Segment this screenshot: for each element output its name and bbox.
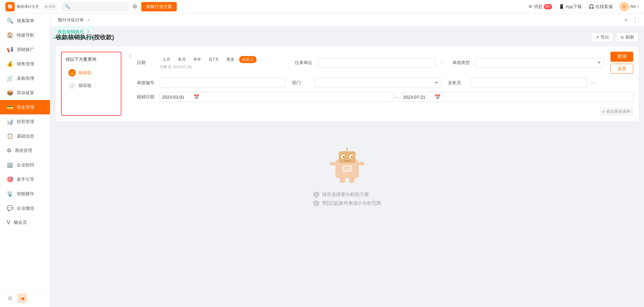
inventory-label: 库存核算	[17, 90, 34, 96]
offset-date-start[interactable]	[162, 95, 192, 100]
sales-label: 销售管理	[17, 61, 34, 67]
offset-date-end-wrap: 📅	[401, 92, 634, 102]
search-icon: 🔍	[65, 4, 70, 9]
logo-text: 畅捷通好生意	[17, 4, 39, 9]
form-row-3: 核销日期 📅 — 📅	[137, 92, 633, 102]
user-menu[interactable]: R Rit ▾	[620, 2, 639, 11]
chip-this-year[interactable]: 本年	[191, 56, 204, 63]
tab-bar: 首页预付冲应付单✕收款核销执行✕ ✕ ⛶	[50, 13, 644, 27]
tab-bar-actions: ✕ ⛶	[621, 15, 641, 25]
fullscreen-btn[interactable]: ⛶	[632, 15, 641, 25]
sales-icon: 💰	[7, 61, 13, 67]
tab-prepay[interactable]: 预付冲应付单✕	[53, 14, 95, 26]
sidebar-item-inventory[interactable]: 📦 库存核算	[0, 86, 50, 100]
chip-more[interactable]: 更多	[224, 56, 237, 63]
page-actions: ↗ 导出 ↻ 刷新	[591, 32, 639, 42]
smart-hw-icon: 📡	[7, 191, 13, 197]
calendar-end-icon[interactable]: 📅	[435, 94, 440, 100]
date-label: 日期	[137, 60, 157, 66]
salesperson-input[interactable]	[471, 78, 587, 88]
svg-point-7	[346, 148, 348, 150]
sidebar-item-marketing[interactable]: 📢 营销推广	[0, 42, 50, 57]
filter-collapse-btn[interactable]: 《	[127, 52, 131, 116]
chip-last-7days[interactable]: 近7天	[206, 56, 222, 63]
receivable-icon: 🕐	[68, 82, 76, 89]
tab-close-prepay[interactable]: ✕	[86, 18, 91, 22]
marketing-label: 营销推广	[17, 47, 34, 53]
sidebar-item-sales[interactable]: 💰 销售管理	[0, 57, 50, 71]
message-icon: ✉	[529, 4, 532, 9]
doc-number-input[interactable]	[160, 78, 285, 88]
filter-section: 按以下方案查询 💰 按收款 🕐 按应收 《	[56, 46, 639, 121]
svg-point-4	[343, 156, 345, 158]
sidebar-item-guide[interactable]: 🎯 新手引导	[0, 172, 50, 187]
sidebar-item-wechat[interactable]: 💬 企业微信	[0, 201, 50, 215]
sidebar-item-purchase[interactable]: 🛒 采购管理	[0, 71, 50, 86]
offset-date-end[interactable]	[403, 95, 433, 100]
export-btn[interactable]: ↗ 导出	[591, 32, 613, 42]
filter-by-receipt[interactable]: 💰 按收款	[66, 66, 117, 79]
empty-hint-1: 1 请先选择要分析的方案	[313, 192, 381, 198]
sidebar-item-smart-hw[interactable]: 📡 智能硬件	[0, 187, 50, 201]
collapse-more: ∧ 收起更多条件	[137, 107, 633, 116]
form-row-1: 日期 上月 本月 本年 近7天 更多 自定义 不限 至	[137, 52, 633, 74]
sidebar-item-system[interactable]: ⚙ 系统管理	[0, 143, 50, 158]
empty-state: 1 请先选择要分析的方案 2 用[过滤]条件来缩小分析范围	[56, 121, 639, 233]
sidebar-item-quick-nav[interactable]: 🏠 快捷导航	[0, 28, 50, 42]
member-label: 畅会员	[14, 219, 27, 225]
sidebar-settings-btn[interactable]: ⚙	[5, 294, 15, 303]
chip-custom[interactable]: 自定义	[239, 56, 257, 63]
counterparty-label: 往来单位	[295, 60, 315, 66]
chip-prev-month[interactable]: 上月	[160, 56, 173, 63]
chip-this-month[interactable]: 本月	[175, 56, 189, 63]
sidebar-item-search-menu[interactable]: 🔍 搜索菜单	[0, 13, 50, 28]
doc-type-label: 单据类型	[452, 60, 473, 66]
close-tab-btn[interactable]: ✕	[621, 15, 631, 25]
sidebar-collapse-btn[interactable]: ◀	[17, 294, 27, 303]
enterprise-label: 企业协同	[17, 162, 34, 168]
tab-label-prepay: 预付冲应付单	[58, 17, 84, 23]
guide-label: 新手引导	[17, 176, 34, 183]
doc-number-field: 单据编号	[137, 78, 285, 88]
query-btn[interactable]: 查询	[610, 52, 633, 62]
svg-rect-11	[349, 177, 355, 183]
refresh-icon: ↻	[621, 35, 624, 40]
page-content: 收款核销执行(按收款) ↗ 导出 ↻ 刷新 按以下方案查询	[50, 27, 644, 307]
department-select[interactable]	[315, 78, 441, 88]
counterparty-ellipsis[interactable]: ···	[439, 60, 446, 66]
date-field: 日期 上月 本月 本年 近7天 更多 自定义 不限 至	[137, 56, 288, 69]
date-chips: 上月 本月 本年 近7天 更多 自定义	[160, 56, 257, 63]
wechat-icon: 💬	[7, 205, 13, 211]
export-label: 导出	[600, 34, 609, 40]
settings-icon[interactable]: ⚙	[132, 3, 137, 10]
collapse-more-btn[interactable]: ∧ 收起更多条件	[599, 107, 633, 116]
svg-rect-12	[342, 165, 352, 172]
avatar: R	[620, 2, 629, 11]
guide-icon: 🎯	[7, 176, 13, 183]
hint-text-1: 请先选择要分析的方案	[322, 192, 369, 198]
offset-date-field: 核销日期 📅 — 📅	[137, 92, 633, 102]
industry-solution-btn[interactable]: 体验行业方案	[141, 2, 177, 11]
sidebar-item-enterprise[interactable]: 🏢 企业协同	[0, 158, 50, 172]
refresh-btn[interactable]: ↻ 刷新	[616, 32, 639, 42]
sidebar-item-finance[interactable]: 💳 资金管理	[0, 100, 50, 114]
by-receipt-label: 按收款	[78, 70, 92, 76]
message-badge: 99+	[544, 4, 552, 9]
message-btn[interactable]: ✉ 消息 99+	[529, 4, 552, 10]
sidebar-item-operations[interactable]: 📊 经营管理	[0, 114, 50, 129]
settings-btn[interactable]: 设置	[610, 64, 633, 74]
calendar-start-icon[interactable]: 📅	[194, 94, 199, 100]
app-download-btn[interactable]: 📱 App下载	[559, 4, 582, 10]
salesperson-ellipsis[interactable]: ···	[589, 80, 596, 86]
empty-robot-icon	[327, 148, 367, 185]
filter-by-receivable[interactable]: 🕐 按应收	[66, 79, 117, 92]
search-menu-icon: 🔍	[7, 17, 13, 24]
offset-date-start-wrap: 📅	[160, 92, 392, 102]
doc-type-select[interactable]	[475, 58, 604, 68]
receipt-icon: 💰	[68, 69, 76, 76]
search-bar[interactable]: 🔍	[61, 2, 128, 11]
sidebar-item-member[interactable]: V 畅会员	[0, 215, 50, 229]
sidebar-item-basic-info[interactable]: 📋 基础信息	[0, 129, 50, 143]
online-service-btn[interactable]: 🎧 在线客服	[589, 4, 613, 10]
counterparty-input[interactable]	[318, 58, 436, 68]
